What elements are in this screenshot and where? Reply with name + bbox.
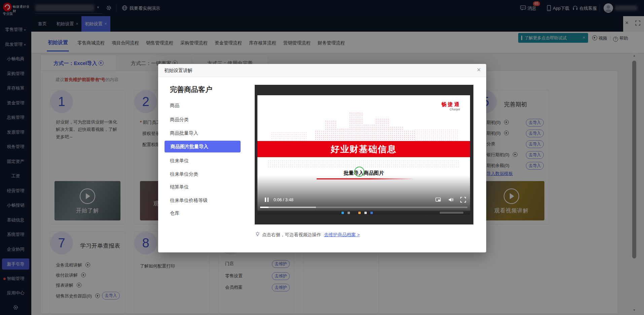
section-title: 完善商品客户 [170,85,212,94]
maintain-goods-link[interactable]: 去维护商品档案 > [324,232,360,238]
taskbar-icon [364,212,367,214]
modal-header [158,64,486,77]
video-time: 0:06 / 3:48 [274,198,293,202]
progress-bar[interactable] [260,207,467,208]
pip-icon[interactable] [435,197,441,203]
modal-title: 初始设置讲解 [164,64,192,77]
dotted-block [271,132,308,141]
app-screen: 畅捷通好业财 专业版 零售管理▼ 批发管理▼ 小畅电商 采购管理 库存核算 资金… [0,0,644,315]
video-player[interactable]: 畅捷通 Chanjet 好业财基础信息 批量导入商品图片 [255,85,473,224]
list-item-goods-batch-import[interactable]: 商品批量导入 [170,130,198,136]
list-item-warehouse[interactable]: 仓库 [170,210,179,216]
dotted-strip [267,160,460,168]
list-item-settlement-unit[interactable]: 结算单位 [170,184,189,190]
taskbar-icon [348,212,350,214]
recorded-taskbar [257,211,470,215]
video-frame: 畅捷通 Chanjet 好业财基础信息 批量导入商品图片 [257,95,470,215]
video-controls: 0:06 / 3:48 [257,197,470,203]
modal-close-icon[interactable]: × [477,66,481,74]
modal-tip: 点击右侧，可边看视频边操作 [262,232,321,238]
played-bar [260,207,269,208]
fullscreen-icon[interactable] [460,197,466,203]
chanjet-logo-sub: Chanjet [450,108,460,111]
video-banner: 好业财基础信息 [257,141,470,157]
taskbar-icon [342,212,344,214]
list-item-goods-image-import-selected[interactable]: 商品图片批量导入 [165,141,241,152]
setup-guide-modal: 初始设置讲解 × 完善商品客户 商品 商品分类 商品批量导入 商品图片批量导入 … [158,64,486,252]
volume-icon[interactable] [448,197,454,203]
lightbulb-icon [255,232,260,237]
list-item-goods-category[interactable]: 商品分类 [170,117,189,123]
chanjet-logo: 畅捷通 [441,101,461,108]
list-item-partner-category[interactable]: 往来单位分类 [170,171,198,177]
controls-gradient [257,175,470,215]
dotted-block [414,129,458,141]
taskbar-tray [440,212,463,214]
list-item-price-level[interactable]: 往来单位价格等级 [170,198,208,204]
taskbar-icon [370,212,373,214]
pause-icon[interactable] [265,198,269,202]
dotted-skyline [315,112,416,141]
list-item-partners[interactable]: 往来单位 [170,158,189,164]
list-item-goods[interactable]: 商品 [170,103,179,109]
taskbar-icon [358,212,361,214]
buffered-bar [260,207,316,208]
